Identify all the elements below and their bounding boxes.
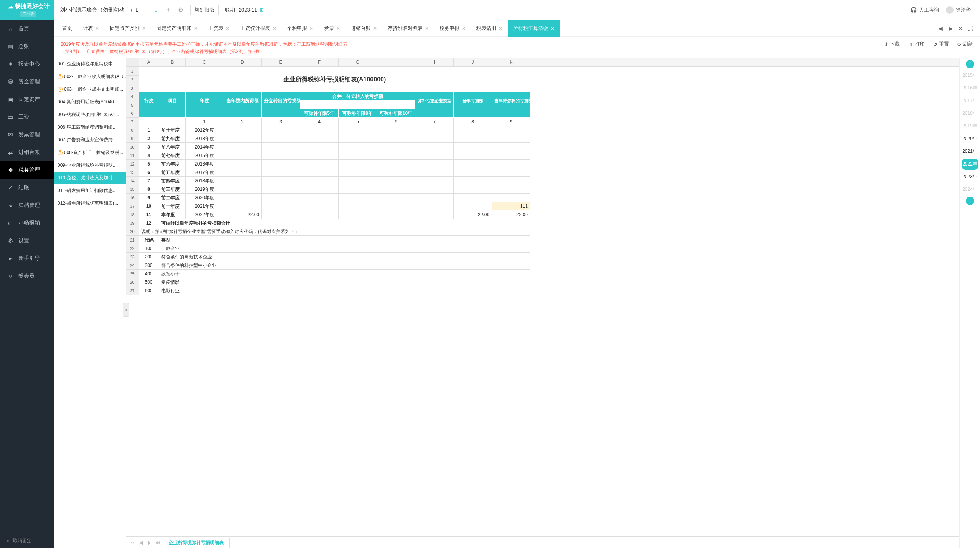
cell[interactable]	[262, 151, 300, 160]
cell[interactable]	[454, 177, 492, 185]
cell[interactable]	[223, 109, 262, 118]
cell[interactable]	[377, 160, 415, 168]
cell[interactable]	[262, 177, 300, 185]
cell[interactable]: 5	[339, 118, 377, 126]
nav-item-9[interactable]: ✓结账	[0, 179, 54, 197]
cell[interactable]	[454, 202, 492, 210]
cell[interactable]: 本年度	[159, 210, 186, 219]
add-account-icon[interactable]: ＋	[165, 6, 171, 14]
nav-item-1[interactable]: ▤总账	[0, 38, 54, 55]
cell[interactable]: 前二年度	[159, 194, 186, 202]
cell[interactable]	[223, 194, 262, 202]
cell[interactable]	[377, 168, 415, 177]
cell[interactable]	[415, 160, 454, 168]
sheet-first-icon[interactable]: ⏮	[129, 540, 136, 545]
cell[interactable]: -22.00	[223, 210, 262, 219]
fullscreen-icon[interactable]: ⛶	[966, 24, 975, 33]
nav-item-10[interactable]: 🗄归档管理	[0, 197, 54, 214]
cell[interactable]	[415, 126, 454, 134]
cell[interactable]	[377, 134, 415, 143]
cell[interactable]	[415, 177, 454, 185]
col-header[interactable]: H	[377, 58, 415, 66]
nav-item-0[interactable]: ⌂首页	[0, 20, 54, 38]
cell[interactable]	[159, 118, 186, 126]
cell[interactable]: 类型	[159, 236, 530, 244]
cell[interactable]: 3	[262, 118, 300, 126]
cell[interactable]: 3	[139, 143, 159, 151]
row-header[interactable]: 25	[126, 270, 139, 278]
report-item-7[interactable]: ?008-资产折旧、摊销及纳税...	[54, 146, 126, 159]
report-item-11[interactable]: 012-减免所得税优惠明细表(...	[54, 197, 126, 210]
tab-close-icon[interactable]: ✕	[273, 26, 276, 31]
cell[interactable]: 说明：第6列"弥补亏损企业类型"需要手动输入对应代码，代码对应关系如下：	[139, 227, 530, 236]
cell[interactable]	[415, 168, 454, 177]
cell[interactable]: 线宽小于	[159, 270, 530, 278]
report-item-9[interactable]: 010-免税、减计收入及加计...	[54, 172, 126, 184]
row-header[interactable]: 7	[126, 118, 139, 126]
cell[interactable]	[339, 202, 377, 210]
cell[interactable]: 8	[454, 118, 492, 126]
tab-11[interactable]: 税表清册✕	[471, 20, 508, 37]
cell[interactable]: 前十年度	[159, 126, 186, 134]
cell[interactable]: 4	[300, 118, 339, 126]
sheet-last-icon[interactable]: ⏭	[154, 540, 161, 545]
cell[interactable]	[339, 168, 377, 177]
row-header[interactable]: 23	[126, 253, 139, 261]
cell[interactable]	[454, 160, 492, 168]
refresh-button[interactable]: ⟳刷新	[957, 41, 973, 48]
cancel-pin-button[interactable]: ⇤取消固定	[0, 534, 54, 548]
row-header[interactable]: 22	[126, 244, 139, 253]
col-header[interactable]: I	[415, 58, 454, 66]
cell[interactable]: 2	[223, 118, 262, 126]
cell[interactable]: 2013年度	[186, 134, 223, 143]
tab-close-icon[interactable]: ✕	[142, 26, 146, 31]
row-header[interactable]: 12	[126, 160, 139, 168]
report-item-4[interactable]: 005-纳税调整项目明细表(A1...	[54, 108, 126, 121]
cell[interactable]: 5	[139, 160, 159, 168]
col-header[interactable]: G	[339, 58, 377, 66]
tab-2[interactable]: 固定资产类别✕	[104, 20, 151, 37]
cell[interactable]: 前五年度	[159, 168, 186, 177]
cell[interactable]: 前一年度	[159, 202, 186, 210]
cell[interactable]	[492, 134, 530, 143]
cell[interactable]	[492, 151, 530, 160]
row-header[interactable]: 13	[126, 168, 139, 177]
cell[interactable]: 2016年度	[186, 160, 223, 168]
year-down-icon[interactable]: ˅	[966, 197, 974, 205]
cell[interactable]	[454, 168, 492, 177]
cell[interactable]: 2014年度	[186, 143, 223, 151]
cell[interactable]: -22.00	[492, 210, 530, 219]
cell[interactable]: 2021年度	[186, 202, 223, 210]
cell[interactable]: 符合条件的高新技术企业	[159, 253, 530, 261]
cell[interactable]	[454, 194, 492, 202]
cell[interactable]: 1	[186, 118, 223, 126]
tab-4[interactable]: 工资表✕	[203, 20, 235, 37]
col-header[interactable]: J	[454, 58, 492, 66]
row-header[interactable]: 19	[126, 219, 139, 227]
cell[interactable]	[339, 177, 377, 185]
cell[interactable]	[300, 126, 339, 134]
col-header[interactable]: F	[300, 58, 339, 66]
row-header[interactable]: 8	[126, 126, 139, 134]
cell[interactable]	[262, 168, 300, 177]
cell[interactable]: 受疫情影	[159, 278, 530, 286]
tab-close-icon[interactable]: ✕	[373, 26, 377, 31]
cell[interactable]: 400	[139, 270, 159, 278]
tab-0[interactable]: 首页	[57, 20, 78, 37]
cell[interactable]	[300, 134, 339, 143]
cell[interactable]	[223, 160, 262, 168]
tab-close-icon[interactable]: ✕	[194, 26, 198, 31]
row-header[interactable]: 16	[126, 194, 139, 202]
col-header[interactable]: K	[492, 58, 530, 66]
cell[interactable]	[377, 101, 415, 101]
sheet-tab-active[interactable]: 企业所得税弥补亏损明细表	[163, 538, 230, 548]
settings-icon[interactable]: ⚙	[178, 6, 183, 13]
sheet-prev-icon[interactable]: ◀	[137, 540, 144, 545]
cell[interactable]	[454, 143, 492, 151]
cell[interactable]	[415, 109, 454, 118]
cell[interactable]	[377, 177, 415, 185]
tab-5[interactable]: 工资统计报表✕	[235, 20, 282, 37]
col-header[interactable]: A	[139, 58, 159, 66]
select-all-corner[interactable]	[126, 58, 139, 66]
cell[interactable]: -22.00	[454, 210, 492, 219]
